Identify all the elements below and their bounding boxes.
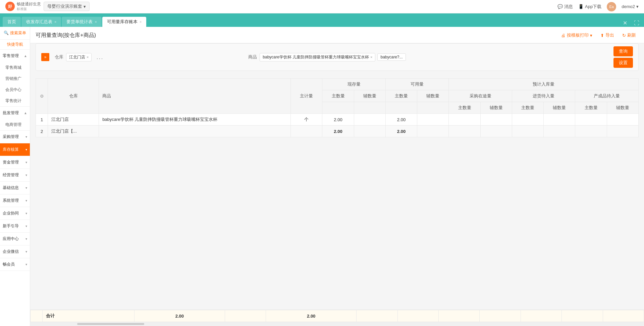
- sidebar-group-purchase: 采购管理 ▾: [0, 131, 30, 143]
- th-warehouse: 仓库: [48, 79, 99, 114]
- tab-available-ledger[interactable]: 可用量库存账本 ×: [102, 17, 146, 27]
- sidebar-group-basic-header[interactable]: 基础信息 ▾: [0, 182, 30, 194]
- tab-order-stats[interactable]: 要货单统计表 ×: [62, 17, 101, 27]
- sidebar-group-appstore-header[interactable]: 应用中心 ▾: [0, 233, 30, 245]
- sidebar-group-operation-header[interactable]: 经营管理 ▾: [0, 169, 30, 181]
- cell-warehouse-1: 江北门店: [48, 114, 99, 126]
- summary-pp-main: [480, 310, 521, 322]
- chevron-down-icon3: ▾: [25, 148, 27, 151]
- sidebar-item-retail-stats[interactable]: 零售统计: [0, 95, 30, 106]
- logo-text-block: 畅捷通好生意 标准版: [17, 2, 41, 11]
- horizontal-scrollbar[interactable]: [77, 323, 144, 325]
- product-tag2[interactable]: babycare?...: [377, 53, 406, 61]
- sidebar-group-guide-header[interactable]: 新手引导 ▾: [0, 220, 30, 232]
- sidebar-wechat-label: 企业微信: [3, 249, 19, 254]
- sidebar-guide-label: 新手引导: [3, 223, 19, 229]
- warehouse-tag[interactable]: 江北门店 ×: [66, 53, 92, 61]
- th-product-pending: 产成品待入量: [575, 90, 639, 102]
- sidebar-group-finance: 资金管理 ▾: [0, 156, 30, 169]
- summary-empty-1: [31, 310, 43, 322]
- cell-prod-aux-1: [607, 114, 638, 126]
- expand-btn[interactable]: »: [41, 53, 49, 61]
- th-prod-aux: 辅数量: [607, 102, 638, 114]
- sidebar-group-member-header[interactable]: 畅会员 ▾: [0, 258, 30, 271]
- th-cs-main: [322, 102, 354, 114]
- avatar[interactable]: Ea: [607, 2, 616, 11]
- summary-prod-main: [562, 310, 603, 322]
- product-tags-area: babycare学饮杯 儿童防摔防撞吸管杯重力球吸嘴杯宝宝水杯 × babyca…: [260, 53, 611, 61]
- sidebar-nav[interactable]: 快捷导航: [0, 40, 30, 50]
- message-btn[interactable]: 💬 消息: [557, 4, 573, 10]
- cell-curr-aux-2: [354, 126, 385, 137]
- sidebar-group-finance-header[interactable]: 资金管理 ▾: [0, 156, 30, 169]
- warehouse-tag-remove[interactable]: ×: [87, 55, 89, 59]
- sidebar-retail-label: 零售管理: [3, 53, 19, 59]
- table-area: ⚙ 仓库 商品 主计量 现存量 可用量 预计入库量 主数量 辅数量 主数量 辅数…: [30, 74, 644, 310]
- query-btn[interactable]: 查询: [613, 46, 633, 56]
- industry-label: 母婴行业演示账套: [47, 3, 82, 9]
- settings-gear-icon[interactable]: ⚙: [40, 94, 44, 99]
- th-pt-main: 主数量: [449, 102, 480, 114]
- summary-available-main: 2.00: [266, 310, 357, 322]
- th-planned-in: 预计入库量: [449, 79, 639, 90]
- industry-selector[interactable]: 母婴行业演示账套 ▾: [44, 2, 90, 11]
- print-btn[interactable]: 🖨 按模板打印 ▾: [558, 31, 595, 40]
- refresh-btn[interactable]: ↻ 刷新: [620, 31, 639, 40]
- tab-receive-send[interactable]: 收发存汇总表 ×: [21, 17, 61, 27]
- th-pp-main: 主数量: [512, 102, 543, 114]
- chevron-down-icon: ▾: [636, 4, 639, 9]
- app-download-btn[interactable]: 📱 App下载: [578, 4, 601, 10]
- sidebar-system-label: 系统管理: [3, 198, 19, 203]
- top-bar-right: 💬 消息 📱 App下载 Ea demo2 ▾: [557, 2, 639, 11]
- table-row: 2 江北门店【... 2.00 2.00: [36, 126, 639, 137]
- th-purchase-transit: 采购在途量: [449, 90, 512, 102]
- cell-avail-main-2: 2.00: [385, 126, 417, 137]
- sidebar-appstore-label: 应用中心: [3, 236, 19, 242]
- tab-controls: ✕ ⛶: [621, 19, 641, 27]
- cell-pt-main-2: [449, 126, 480, 137]
- sidebar-group-system-header[interactable]: 系统管理 ▾: [0, 194, 30, 207]
- th-current-main: 主数量: [322, 90, 354, 102]
- settings-btn[interactable]: 设置: [613, 58, 633, 68]
- tab-order-stats-close[interactable]: ×: [95, 20, 97, 24]
- sidebar-group-enterprise-header[interactable]: 企业协同 ▾: [0, 207, 30, 220]
- download-icon: 📱: [578, 4, 584, 9]
- tab-home[interactable]: 首页: [3, 17, 21, 27]
- refresh-label: 刷新: [627, 32, 636, 38]
- th-cs-aux: [354, 102, 385, 114]
- maximize-btn[interactable]: ⛶: [632, 19, 641, 27]
- user-name[interactable]: demo2 ▾: [622, 4, 639, 9]
- sidebar-item-retail-shop[interactable]: 零售商城: [0, 62, 30, 73]
- export-btn[interactable]: ⬆ 导出: [598, 31, 617, 40]
- sidebar-group-member: 畅会员 ▾: [0, 258, 30, 271]
- sidebar-group-wholesale-header[interactable]: 批发管理 ▲: [0, 107, 30, 119]
- cell-curr-aux-1: [354, 114, 385, 126]
- tab-available-ledger-label: 可用量库存账本: [107, 19, 138, 25]
- product-tag1-remove[interactable]: ×: [370, 55, 372, 59]
- warehouse-filter-dots[interactable]: ...: [94, 54, 106, 61]
- tab-available-ledger-close[interactable]: ×: [140, 20, 142, 24]
- warehouse-filter-label: 仓库: [55, 54, 63, 60]
- sidebar-item-ecommerce[interactable]: 电商管理: [0, 119, 30, 130]
- sidebar-group-inventory-header[interactable]: 库存核算 ▾: [0, 143, 30, 156]
- sidebar-item-marketing[interactable]: 营销推广: [0, 73, 30, 84]
- product-tag1[interactable]: babycare学饮杯 儿童防摔防撞吸管杯重力球吸嘴杯宝宝水杯 ×: [260, 53, 375, 61]
- tab-receive-send-close[interactable]: ×: [54, 20, 56, 24]
- filter-wrapper: » 仓库 江北门店 × ... 商品 babycare学饮杯 儿童防摔防撞吸管杯…: [36, 43, 639, 71]
- sidebar-operation-label: 经营管理: [3, 172, 19, 178]
- th-pp-aux: 辅数量: [544, 102, 575, 114]
- user-name-label: demo2: [622, 4, 635, 9]
- sidebar-search[interactable]: 🔍 搜索菜单: [0, 27, 30, 40]
- sidebar-group-wechat-header[interactable]: 企业微信 ▾: [0, 245, 30, 258]
- sidebar-group-system: 系统管理 ▾: [0, 194, 30, 207]
- sidebar-group-purchase-header[interactable]: 采购管理 ▾: [0, 131, 30, 143]
- sidebar-finance-label: 资金管理: [3, 159, 19, 165]
- cell-pt-main-1: [449, 114, 480, 126]
- sidebar-enterprise-label: 企业协同: [3, 211, 19, 216]
- close-window-btn[interactable]: ✕: [621, 19, 629, 27]
- cell-pp-main-2: [512, 126, 543, 137]
- sidebar-item-member-center[interactable]: 会员中心: [0, 84, 30, 95]
- chevron-down-icon11: ▾: [25, 250, 27, 253]
- sidebar-group-retail-header[interactable]: 零售管理 ▲: [0, 50, 30, 62]
- th-settings: ⚙: [36, 79, 48, 114]
